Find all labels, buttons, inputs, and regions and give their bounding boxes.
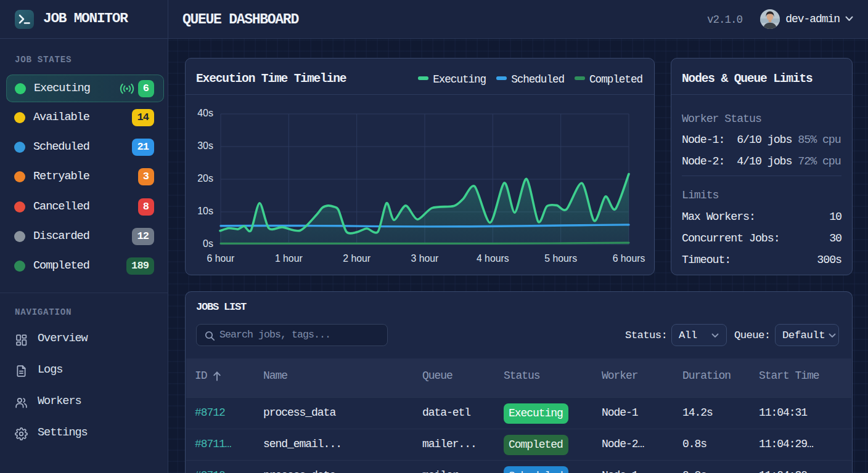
svg-text:1 hour: 1 hour	[275, 253, 303, 264]
svg-text:5 hours: 5 hours	[544, 253, 577, 264]
svg-text:6 hour: 6 hour	[207, 253, 235, 264]
svg-text:20s: 20s	[197, 173, 213, 184]
svg-text:2 hour: 2 hour	[343, 253, 371, 264]
svg-text:30s: 30s	[197, 140, 213, 151]
svg-text:10s: 10s	[197, 206, 213, 216]
svg-text:0s: 0s	[203, 238, 213, 249]
svg-text:4 hours: 4 hours	[477, 253, 509, 264]
svg-text:3 hour: 3 hour	[411, 253, 439, 264]
svg-text:6 hours: 6 hours	[613, 253, 645, 264]
svg-text:40s: 40s	[197, 108, 213, 118]
